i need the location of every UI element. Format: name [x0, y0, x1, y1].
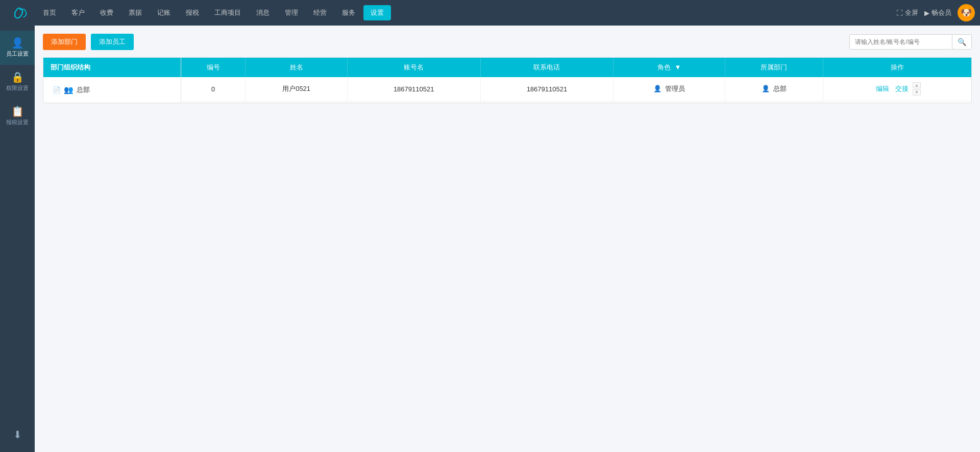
scroll-down[interactable]: ▼ — [913, 89, 921, 96]
vip-icon: ▶ — [924, 9, 929, 17]
role-user-icon: 👤 — [653, 85, 662, 92]
panel-layout: 部门组织结构 📄 👥 总部 编号 姓名 账号名 — [43, 57, 972, 103]
role-label: 管理员 — [665, 85, 685, 92]
nav-business[interactable]: 工商项目 — [207, 5, 248, 20]
cell-account: 18679110521 — [347, 77, 480, 101]
col-actions: 操作 — [823, 58, 971, 77]
scroll-controls: ▲ ▼ — [913, 82, 921, 96]
nav-message[interactable]: 消息 — [249, 5, 277, 20]
nav-operation[interactable]: 经营 — [306, 5, 334, 20]
col-name: 姓名 — [246, 58, 347, 77]
nav-bills[interactable]: 票据 — [121, 5, 149, 20]
top-navigation: 首页 客户 收费 票据 记账 报税 工商项目 消息 管理 经营 服务 设置 ⛶ … — [0, 0, 980, 26]
sidebar-item-permission[interactable]: 🔒 权限设置 — [0, 65, 35, 99]
taxsettings-icon: 📋 — [11, 106, 24, 116]
sidebar-label-employee: 员工设置 — [6, 50, 29, 58]
fullscreen-label: 全屏 — [905, 8, 918, 17]
dept-person-icon: 👥 — [64, 85, 74, 94]
nav-fee[interactable]: 收费 — [93, 5, 120, 20]
nav-home[interactable]: 首页 — [36, 5, 63, 20]
search-box: 🔍 — [849, 34, 972, 50]
nav-accounting[interactable]: 记账 — [150, 5, 178, 20]
add-emp-button[interactable]: 添加员工 — [91, 34, 134, 50]
nav-manage[interactable]: 管理 — [278, 5, 305, 20]
sidebar-label-permission: 权限设置 — [6, 84, 29, 92]
nav-tax[interactable]: 报税 — [179, 5, 206, 20]
cell-name: 用户0521 — [246, 77, 347, 101]
col-dept: 所属部门 — [725, 58, 823, 77]
sidebar-download[interactable]: ⬇ — [13, 422, 22, 447]
toolbar: 添加部门 添加员工 🔍 — [43, 34, 972, 50]
logo — [5, 4, 36, 22]
cell-role: 👤 管理员 — [614, 77, 725, 101]
nav-service[interactable]: 服务 — [335, 5, 362, 20]
col-account: 账号名 — [347, 58, 480, 77]
tree-body: 📄 👥 总部 — [43, 77, 181, 103]
file-icon: 📄 — [53, 86, 61, 94]
tree-node-label: 总部 — [77, 85, 90, 94]
fullscreen-icon: ⛶ — [896, 9, 903, 17]
dept-label: 总部 — [773, 85, 787, 92]
table-header-row: 编号 姓名 账号名 联系电话 角色 ▼ 所属部门 操作 — [181, 58, 971, 77]
employee-icon: 👤 — [11, 38, 24, 48]
transfer-link[interactable]: 交接 — [893, 84, 911, 93]
main-layout: 👤 员工设置 🔒 权限设置 📋 报税设置 ⬇ 添加部门 添加员工 🔍 — [0, 26, 980, 452]
sidebar-bottom: ⬇ — [13, 422, 22, 452]
dept-user-icon: 👤 — [762, 85, 770, 92]
tree-node-root[interactable]: 📄 👥 总部 — [48, 82, 176, 98]
sidebar: 👤 员工设置 🔒 权限设置 📋 报税设置 ⬇ — [0, 26, 35, 452]
nav-settings[interactable]: 设置 — [363, 5, 391, 20]
nav-right: ⛶ 全屏 ▶ 畅会员 🐶 — [896, 4, 975, 21]
search-input[interactable] — [850, 35, 952, 49]
tree-panel: 部门组织结构 📄 👥 总部 — [43, 58, 181, 103]
content-area: 添加部门 添加员工 🔍 部门组织结构 📄 👥 总部 — [35, 26, 980, 452]
fullscreen-button[interactable]: ⛶ 全屏 — [896, 8, 918, 17]
nav-items: 首页 客户 收费 票据 记账 报税 工商项目 消息 管理 经营 服务 设置 — [36, 5, 896, 20]
table-panel: 编号 姓名 账号名 联系电话 角色 ▼ 所属部门 操作 — [181, 58, 971, 103]
cell-dept: 👤 总部 — [725, 77, 823, 101]
sidebar-item-taxsettings[interactable]: 📋 报税设置 — [0, 99, 35, 133]
col-phone: 联系电话 — [480, 58, 614, 77]
table-row: 0 用户0521 18679110521 18679110521 👤 管理员 👤… — [181, 77, 971, 101]
employee-table: 编号 姓名 账号名 联系电话 角色 ▼ 所属部门 操作 — [181, 58, 971, 102]
search-button[interactable]: 🔍 — [952, 35, 971, 49]
vip-button[interactable]: ▶ 畅会员 — [924, 8, 951, 17]
cell-phone: 18679110521 — [480, 77, 614, 101]
sidebar-item-employee[interactable]: 👤 员工设置 — [0, 31, 35, 65]
avatar[interactable]: 🐶 — [958, 4, 975, 21]
vip-label: 畅会员 — [932, 8, 951, 17]
download-icon: ⬇ — [13, 430, 22, 440]
add-dept-button[interactable]: 添加部门 — [43, 34, 86, 50]
sidebar-label-taxsettings: 报税设置 — [6, 118, 29, 126]
nav-client[interactable]: 客户 — [64, 5, 92, 20]
cell-actions: 编辑 交接 ▲ ▼ — [823, 77, 971, 101]
col-id: 编号 — [181, 58, 246, 77]
cell-id: 0 — [181, 77, 246, 101]
col-role: 角色 ▼ — [614, 58, 725, 77]
edit-link[interactable]: 编辑 — [874, 84, 891, 93]
permission-icon: 🔒 — [11, 72, 24, 82]
filter-icon[interactable]: ▼ — [674, 63, 681, 71]
tree-header: 部门组织结构 — [43, 58, 181, 77]
scroll-up[interactable]: ▲ — [913, 82, 921, 88]
